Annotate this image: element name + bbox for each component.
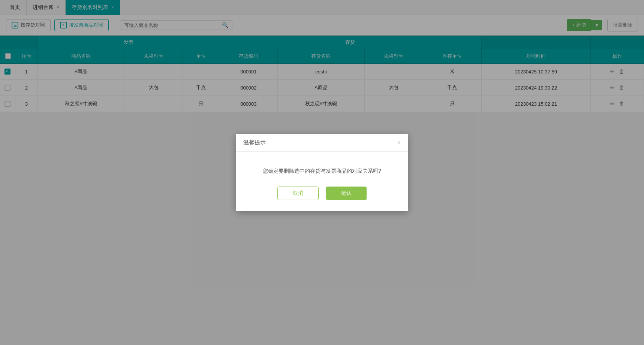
dialog-overlay: 温馨提示 × 您确定要删除选中的存货与发票商品的对应关系吗? 取消 确认 [0,0,644,112]
